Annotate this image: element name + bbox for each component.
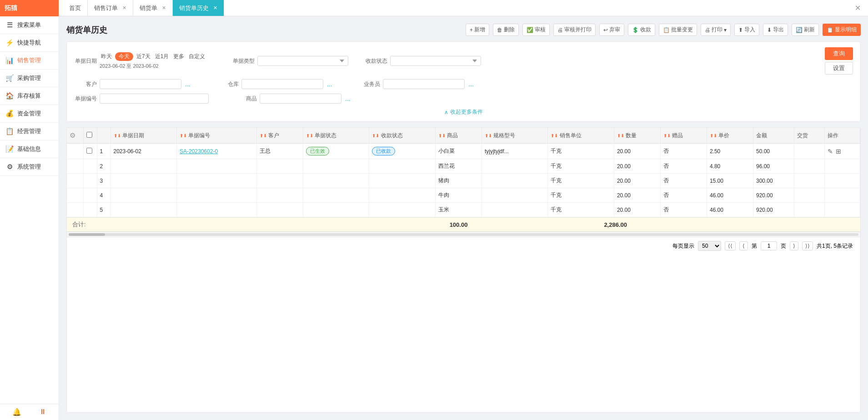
warehouse-dots[interactable]: ... — [327, 80, 332, 88]
sidebar-item-sales-mgmt[interactable]: 📊 销售管理 — [0, 52, 59, 70]
th-doc-date[interactable]: ⬆⬇ 单据日期 — [110, 128, 177, 144]
warehouse-label: 仓库 — [216, 80, 239, 88]
pause-icon[interactable]: ⏸ — [39, 408, 46, 416]
doc-no-input[interactable] — [100, 94, 209, 104]
row-product: 猪肉 — [435, 174, 482, 188]
row-doc-date — [110, 188, 177, 203]
th-trade[interactable]: 交货 — [794, 128, 824, 144]
tab-home[interactable]: 首页 — [63, 0, 88, 16]
doc-type-label: 单据类型 — [232, 57, 255, 65]
product-dots[interactable]: ... — [345, 95, 351, 102]
th-gear[interactable]: ⚙ — [67, 128, 83, 144]
audit-button[interactable]: ✅ 审核 — [522, 24, 550, 36]
receive-button[interactable]: 💲 收款 — [628, 24, 655, 36]
shortcut-custom[interactable]: 自定义 — [187, 52, 206, 61]
th-amount[interactable]: 金额 — [753, 128, 794, 144]
th-doc-no[interactable]: ⬆⬇ 单据编号 — [177, 128, 257, 144]
collapse-button[interactable]: ∧ 收起更多条件 — [74, 108, 853, 116]
tab-sales-history[interactable]: 销货单历史 ✕ — [173, 0, 224, 16]
warehouse-input[interactable] — [241, 79, 323, 89]
doc-no-link[interactable]: SA-20230602-0 — [180, 148, 218, 155]
query-button[interactable]: 查询 — [825, 47, 853, 60]
shortcut-1month[interactable]: 近1月 — [154, 52, 171, 61]
th-customer[interactable]: ⬆⬇ 客户 — [256, 128, 303, 144]
shortcut-yesterday[interactable]: 昨天 — [100, 52, 113, 61]
detail-icon[interactable]: ⊞ — [836, 148, 841, 155]
shortcut-more[interactable]: 更多 — [172, 52, 186, 61]
sidebar-bottom: 🔔 ⏸ — [0, 404, 59, 420]
scrollbar-thumb[interactable] — [69, 233, 105, 236]
th-unit-price[interactable]: ⬆⬇ 单价 — [707, 128, 753, 144]
doc-type-select[interactable] — [257, 56, 348, 66]
data-table: ⚙ ⬆⬇ 单据日期 ⬆⬇ 单据编号 ⬆⬇ 客户 ⬆⬇ 单据状态 ⬆⬇ 收款状态 … — [67, 128, 860, 217]
edit-icon[interactable]: ✎ — [828, 148, 833, 155]
export-button[interactable]: ⬇ 导出 — [763, 24, 788, 36]
row-checkbox[interactable] — [86, 148, 92, 154]
th-gift[interactable]: ⬆⬇ 赠品 — [660, 128, 707, 144]
new-button[interactable]: + 新增 — [466, 24, 489, 36]
shortcut-today[interactable]: 今天 — [115, 52, 133, 61]
sidebar-item-basic-info[interactable]: 📝 基础信息 — [0, 140, 59, 158]
payment-status-select[interactable] — [390, 56, 481, 66]
sidebar-item-operations[interactable]: 📋 经营管理 — [0, 123, 59, 140]
sidebar-item-sys-admin[interactable]: ⚙ 系统管理 — [0, 158, 59, 176]
row-customer — [256, 188, 303, 203]
prev-page-button[interactable]: ⟨ — [739, 241, 748, 250]
delete-button[interactable]: 🗑 删除 — [493, 24, 519, 36]
th-unit[interactable]: ⬆⬇ 销售单位 — [548, 128, 614, 144]
sort-icon: ⬆⬇ — [180, 133, 187, 138]
customer-dots[interactable]: ... — [185, 80, 191, 88]
row-customer: 王总 — [256, 144, 303, 159]
tab-sales-order[interactable]: 销售订单 ✕ — [88, 0, 133, 16]
tab-close-sales-order[interactable]: ✕ — [122, 5, 126, 11]
tab-sales-delivery[interactable]: 销货单 ✕ — [133, 0, 173, 16]
notification-icon[interactable]: 🔔 — [12, 408, 21, 416]
show-detail-button[interactable]: 📋 显示明细 — [823, 24, 861, 36]
th-spec[interactable]: ⬆⬇ 规格型号 — [482, 128, 548, 144]
import-button[interactable]: ⬆ 导入 — [734, 24, 759, 36]
abandon-button[interactable]: ↩ 弃审 — [599, 24, 624, 36]
sidebar-logo: 拓猫 — [0, 0, 59, 16]
sidebar-item-finance[interactable]: 💰 资金管理 — [0, 105, 59, 123]
batch-change-button[interactable]: 📋 批量变更 — [659, 24, 697, 36]
th-payment-status[interactable]: ⬆⬇ 收款状态 — [369, 128, 436, 144]
first-page-button[interactable]: ⟨⟨ — [725, 241, 736, 250]
sidebar-item-quick-nav[interactable]: ⚡ 快捷导航 — [0, 34, 59, 52]
receive-icon: 💲 — [632, 27, 639, 33]
row-payment-status: 已收款 — [369, 144, 436, 159]
row-doc-no[interactable]: SA-20230602-0 — [177, 144, 257, 159]
tab-close-sales-delivery[interactable]: ✕ — [162, 5, 166, 11]
next-page-button[interactable]: ⟩ — [790, 241, 798, 250]
print-button[interactable]: 🖨 打印 ▾ — [701, 24, 731, 36]
select-all-checkbox[interactable] — [86, 132, 92, 138]
page-number-input[interactable] — [761, 241, 777, 250]
th-product[interactable]: ⬆⬇ 商品 — [435, 128, 482, 144]
last-page-button[interactable]: ⟩⟩ — [802, 241, 813, 250]
row-checkbox-cell — [83, 203, 97, 217]
horizontal-scrollbar[interactable] — [67, 231, 860, 237]
sort-icon: ⬆⬇ — [663, 133, 671, 138]
sidebar-item-inventory[interactable]: 🏠 库存核算 — [0, 87, 59, 105]
th-actions: 操作 — [824, 128, 860, 144]
settings-button[interactable]: 设置 — [825, 62, 853, 75]
product-input[interactable] — [260, 94, 341, 104]
salesperson-dots[interactable]: ... — [468, 80, 474, 88]
export-icon: ⬇ — [767, 27, 772, 33]
window-close-icon[interactable]: ✕ — [851, 4, 864, 12]
tab-bar: 首页 销售订单 ✕ 销货单 ✕ 销货单历史 ✕ ✕ — [59, 0, 868, 16]
sidebar-item-search-menu[interactable]: ☰ 搜索菜单 — [0, 16, 59, 34]
th-checkbox[interactable] — [83, 128, 97, 144]
th-rowno — [97, 128, 110, 144]
th-qty[interactable]: ⬆⬇ 数量 — [614, 128, 660, 144]
customer-input[interactable] — [100, 79, 181, 89]
refresh-button[interactable]: 🔄 刷新 — [792, 24, 819, 36]
th-doc-status[interactable]: ⬆⬇ 单据状态 — [303, 128, 369, 144]
page-label: 页 — [781, 242, 786, 250]
sidebar-item-purchase-mgmt[interactable]: 🛒 采购管理 — [0, 70, 59, 87]
shortcut-7days[interactable]: 近7天 — [135, 52, 152, 61]
tab-close-sales-history[interactable]: ✕ — [213, 5, 217, 11]
page-size-select[interactable]: 50 100 200 — [698, 241, 721, 251]
salesperson-input[interactable] — [383, 79, 465, 89]
audit-print-button[interactable]: 🖨 审核并打印 — [553, 24, 596, 36]
row-trade — [794, 174, 824, 188]
